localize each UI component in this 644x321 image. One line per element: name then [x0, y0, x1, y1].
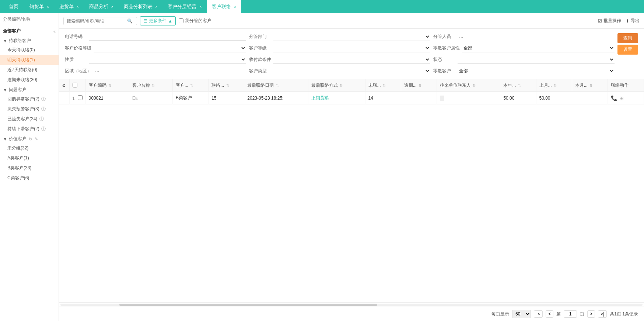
- content-area: 🔍 ☰ 更多条件 ▲ 我分管的客户 ☑ 批量操作 ⬆ 导出: [59, 13, 644, 321]
- filter-phone-input[interactable]: [89, 33, 246, 41]
- sidebar-search-input[interactable]: [3, 17, 58, 22]
- filter-department: 分管部门: [249, 32, 430, 41]
- group-arrow-2: ▼: [3, 137, 7, 142]
- sidebar-c-class[interactable]: C类客户(6): [0, 173, 59, 183]
- nav-customer-segment[interactable]: 客户分层经营 ×: [162, 0, 207, 13]
- sidebar-churn-warning[interactable]: 流失预警客户(3) ⓘ: [0, 104, 59, 114]
- more-filter-btn[interactable]: ☰ 更多条件 ▲: [140, 16, 176, 25]
- filter-price-level: 客户价格等级: [65, 44, 246, 52]
- nav-product-analysis-list[interactable]: 商品分析列表 ×: [119, 0, 163, 13]
- filter-region: 区域（地区） ···: [65, 68, 246, 74]
- settings-icon[interactable]: ⚙: [62, 83, 66, 88]
- toolbar-search-icon[interactable]: 🔍: [127, 18, 133, 24]
- nav-sales-order[interactable]: 销货单 ×: [24, 0, 54, 13]
- nav-sales-close[interactable]: ×: [47, 5, 49, 9]
- page-number-input[interactable]: [564, 310, 577, 318]
- batch-op-btn[interactable]: ☑ 批量操作: [598, 18, 621, 24]
- sort-icon-lmonth[interactable]: ⇅: [554, 83, 557, 87]
- row-this-month: [572, 92, 608, 104]
- query-button[interactable]: 查询: [617, 33, 638, 43]
- search-input[interactable]: [67, 18, 126, 24]
- nav-purchase-label: 进货单: [59, 3, 74, 10]
- sidebar-churned[interactable]: 已流失客户(24) ⓘ: [0, 114, 59, 124]
- horizontal-scrollbar[interactable]: [59, 302, 644, 307]
- filter-dept-select[interactable]: [273, 32, 430, 41]
- page-size-select[interactable]: 50 100 200: [512, 310, 531, 318]
- sort-icon-date[interactable]: ⇅: [276, 83, 279, 87]
- group-problem-customers[interactable]: ▼ 问题客户: [0, 85, 59, 94]
- sort-icon-contacts[interactable]: ⇅: [226, 83, 229, 87]
- value-refresh-icon[interactable]: ↻: [29, 137, 32, 142]
- group-value-customers[interactable]: ▼ 价值客户 ↻ ✎: [0, 134, 59, 143]
- sort-icon-method[interactable]: ⇅: [340, 83, 343, 87]
- sidebar-today-contact[interactable]: 今天待联络(0): [0, 45, 59, 55]
- sidebar-ungrouped[interactable]: 未分组(32): [0, 143, 59, 153]
- nav-purchase-order[interactable]: 进货单 ×: [54, 0, 84, 13]
- row-settings: [59, 92, 69, 104]
- sort-icon-code[interactable]: ⇅: [108, 83, 111, 87]
- sidebar-overdue-contact[interactable]: 逾期未联络(30): [0, 75, 59, 85]
- export-btn[interactable]: ⬆ 导出: [626, 18, 640, 24]
- filter-retail-select[interactable]: 全部: [458, 67, 615, 75]
- set-button[interactable]: 设置: [617, 45, 638, 55]
- nav-purchase-close[interactable]: ×: [77, 5, 79, 9]
- sidebar-repurchase-abnormal[interactable]: 回购异常客户(2) ⓘ: [0, 94, 59, 104]
- export-label: 导出: [631, 18, 640, 24]
- page-unit: 页: [580, 311, 584, 317]
- filter-row-2: 客户价格等级 客户等级 零散客户属性: [65, 44, 615, 52]
- my-customers-checkbox[interactable]: [179, 18, 183, 23]
- filter-retail-attr-select[interactable]: 全部: [462, 44, 615, 52]
- filter-type-select[interactable]: [273, 67, 430, 75]
- my-customers-check[interactable]: 我分管的客户: [179, 18, 211, 24]
- value-edit-icon[interactable]: ✎: [35, 137, 38, 142]
- nav-product-analysis-close[interactable]: ×: [111, 5, 113, 9]
- sort-icon-type[interactable]: ⇅: [190, 83, 193, 87]
- filter-payment-select[interactable]: [273, 55, 430, 64]
- sidebar-declining[interactable]: 持续下滑客户(2) ⓘ: [0, 124, 59, 134]
- scrollbar-thumb[interactable]: [119, 304, 377, 306]
- group-pending-contact[interactable]: ▼ 待联络客户: [0, 36, 59, 45]
- col-this-year: 本年... ⇅: [500, 79, 536, 92]
- filter-person-dots[interactable]: ···: [458, 34, 465, 40]
- group-arrow-1: ▼: [3, 87, 7, 93]
- sidebar-a-class[interactable]: A类客户(1): [0, 153, 59, 163]
- nav-home[interactable]: 首页: [3, 0, 24, 13]
- sort-icon-year[interactable]: ⇅: [518, 83, 521, 87]
- filter-price-select[interactable]: [94, 44, 246, 52]
- select-all-checkbox[interactable]: [73, 83, 77, 87]
- sort-icon-name[interactable]: ⇅: [152, 83, 155, 87]
- filter-person-label: 分管人员: [433, 34, 455, 40]
- filter-level-select[interactable]: [273, 44, 430, 52]
- sidebar-collapse-icon[interactable]: «: [53, 29, 56, 34]
- filter-status-select[interactable]: [458, 55, 615, 64]
- sort-icon-uncontacted[interactable]: ⇅: [383, 83, 386, 87]
- sort-icon-overdue[interactable]: ⇅: [419, 83, 421, 87]
- sidebar-7day-contact[interactable]: 近7天待联络(0): [0, 65, 59, 75]
- nav-product-analysis-label: 商品分析: [89, 3, 108, 10]
- filter-nature-select[interactable]: [89, 55, 246, 64]
- contact-method-link[interactable]: 下销货单: [311, 95, 329, 100]
- nav-product-analysis[interactable]: 商品分析 ×: [84, 0, 119, 13]
- row-unit-contact: [437, 92, 500, 104]
- sort-icon-month[interactable]: ⇅: [589, 83, 592, 87]
- nav-product-list-close[interactable]: ×: [155, 5, 158, 9]
- next-page-btn[interactable]: >: [587, 310, 595, 318]
- first-page-btn[interactable]: |<: [534, 310, 543, 318]
- prev-page-btn[interactable]: <: [546, 310, 553, 318]
- action-phone-icon[interactable]: 📞: [611, 95, 617, 101]
- last-page-btn[interactable]: >|: [598, 310, 607, 318]
- action-grid-icon[interactable]: ⊞: [619, 95, 624, 101]
- col-settings[interactable]: ⚙: [59, 79, 69, 92]
- sort-icon-unit[interactable]: ⇅: [473, 83, 476, 87]
- filter-region-dots[interactable]: ···: [94, 68, 101, 74]
- nav-contact-close[interactable]: ×: [234, 5, 236, 9]
- row-this-year: 50.00: [500, 92, 536, 104]
- filter-nature: 性质: [65, 55, 246, 64]
- total-label: 共1页 1条记录: [610, 311, 638, 317]
- sidebar-tomorrow-contact[interactable]: 明天待联络(1): [0, 55, 59, 65]
- nav-customer-contact[interactable]: 客户联络 ×: [207, 0, 241, 13]
- all-customers-header[interactable]: 全部客户 «: [0, 25, 59, 36]
- row-checkbox[interactable]: [78, 95, 83, 100]
- nav-segment-close[interactable]: ×: [199, 5, 202, 9]
- sidebar-b-class[interactable]: B类客户(33): [0, 163, 59, 173]
